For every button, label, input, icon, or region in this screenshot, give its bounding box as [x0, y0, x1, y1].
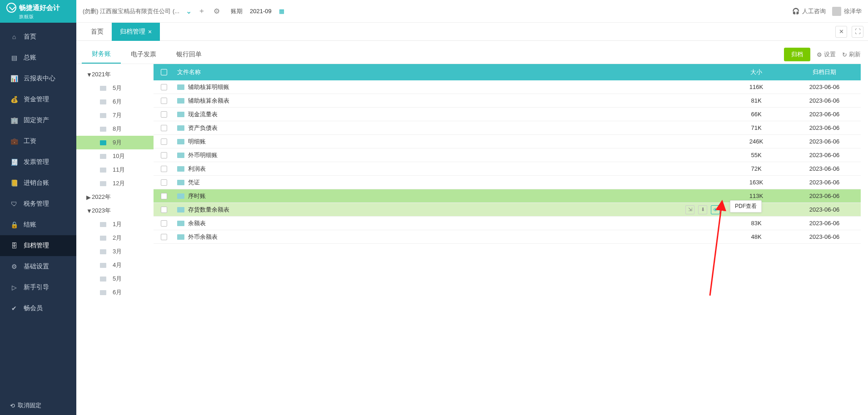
nav-item-4[interactable]: 🏢固定资产 — [0, 110, 76, 131]
archive-date: 2023-06-06 — [788, 165, 861, 172]
subtab-einvoice[interactable]: 电子发票 — [121, 46, 166, 63]
unpin-sidebar[interactable]: ⟲ 取消固定 — [0, 396, 76, 415]
row-checkbox[interactable] — [161, 111, 167, 118]
nav-item-6[interactable]: 🧾发票管理 — [0, 152, 76, 173]
subtabs: 财务账 电子发票 银行回单 归档 ⚙设置 ↻刷新 — [76, 45, 861, 64]
tree-month[interactable]: 11月 — [76, 163, 154, 177]
tree-month[interactable]: 1月 — [76, 217, 154, 231]
col-date-header: 归档日期 — [788, 68, 861, 76]
unpin-label: 取消固定 — [18, 401, 41, 410]
archive-button[interactable]: 归档 — [784, 48, 810, 61]
nav-item-1[interactable]: ▤总账 — [0, 47, 76, 68]
tree-month[interactable]: 6月 — [76, 95, 154, 109]
nav-item-9[interactable]: 🔒结账 — [0, 214, 76, 235]
nav-item-10[interactable]: 🗄归档管理 — [0, 235, 76, 256]
nav-icon: 🧾 — [10, 158, 18, 166]
nav-label: 新手引导 — [24, 283, 49, 291]
row-checkbox[interactable] — [161, 138, 167, 145]
chevron-down-icon[interactable]: ⌄ — [186, 7, 192, 15]
tab-home[interactable]: 首页 — [83, 23, 112, 41]
download-icon[interactable]: ⬇ — [698, 205, 707, 214]
row-checkbox[interactable] — [161, 166, 167, 172]
nav-label: 结账 — [24, 221, 36, 229]
row-checkbox[interactable] — [161, 125, 167, 131]
tree-year[interactable]: ▼ 2023年 — [76, 204, 154, 217]
unpin-icon: ⟲ — [10, 402, 15, 409]
table-row[interactable]: 辅助核算余额表81K2023-06-06 — [154, 94, 861, 108]
caret-icon: ▶ — [86, 194, 92, 201]
tab-archive-label: 归档管理 — [120, 28, 145, 36]
tree-month[interactable]: 8月 — [76, 122, 154, 136]
tree-month[interactable]: 5月 — [76, 272, 154, 286]
tree-month[interactable]: 3月 — [76, 245, 154, 258]
table-row[interactable]: 现金流量表66K2023-06-06 — [154, 108, 861, 121]
tree-month[interactable]: 5月 — [76, 81, 154, 95]
tree-month[interactable]: 4月 — [76, 258, 154, 272]
folder-icon — [177, 98, 184, 104]
row-checkbox[interactable] — [161, 179, 167, 186]
subtab-bank[interactable]: 银行回单 — [166, 46, 212, 63]
company-settings-icon[interactable]: ⚙ — [212, 7, 222, 15]
tree-month[interactable]: 10月 — [76, 149, 154, 163]
nav-item-0[interactable]: ⌂首页 — [0, 26, 76, 47]
table-row[interactable]: 利润表72K2023-06-06 — [154, 162, 861, 176]
folder-icon — [177, 193, 184, 199]
row-checkbox[interactable] — [161, 84, 167, 90]
user-menu[interactable]: 徐泽华 — [832, 7, 862, 16]
nav-item-12[interactable]: ▷新手引导 — [0, 277, 76, 298]
nav-item-11[interactable]: ⚙基础设置 — [0, 256, 76, 277]
nav-item-2[interactable]: 📊云报表中心 — [0, 68, 76, 89]
tree-month[interactable]: 2月 — [76, 231, 154, 245]
row-checkbox[interactable] — [161, 193, 167, 199]
tree-month[interactable]: 9月 — [76, 136, 154, 149]
tree-month[interactable]: 12月 — [76, 177, 154, 190]
subtab-finance[interactable]: 财务账 — [82, 45, 121, 64]
col-size-header: 大小 — [724, 68, 788, 76]
table-header: 文件名称 大小 归档日期 — [154, 64, 861, 80]
tab-close-icon[interactable]: × — [148, 28, 152, 35]
file-size: 71K — [724, 124, 788, 131]
archive-date: 2023-06-06 — [788, 220, 861, 227]
table-row[interactable]: 明细账246K2023-06-06 — [154, 135, 861, 148]
pdf-view-icon[interactable]: 👁 — [711, 205, 720, 214]
table-row[interactable]: 外币余额表48K2023-06-06 — [154, 230, 861, 244]
file-table: 文件名称 大小 归档日期 辅助核算明细账116K2023-06-06辅助核算余额… — [154, 64, 861, 415]
company-selector[interactable]: (勿删) 江西服宝精品有限责任公司 (... — [83, 7, 179, 15]
select-all-checkbox[interactable] — [161, 69, 167, 75]
row-checkbox[interactable] — [161, 152, 167, 158]
row-checkbox[interactable] — [161, 98, 167, 104]
row-checkbox[interactable] — [161, 220, 167, 227]
close-all-tabs[interactable]: ✕ — [835, 26, 847, 38]
file-size: 66K — [724, 111, 788, 118]
table-row[interactable]: 资产负债表71K2023-06-06 — [154, 121, 861, 135]
tree-month[interactable]: 6月 — [76, 286, 154, 299]
nav-item-5[interactable]: 💼工资 — [0, 131, 76, 152]
folder-icon — [177, 125, 184, 131]
period-label: 账期 — [231, 7, 243, 15]
consult-link[interactable]: 🎧 人工咨询 — [792, 7, 826, 15]
nav-item-13[interactable]: ✔畅会员 — [0, 298, 76, 319]
table-row[interactable]: 凭证163K2023-06-06 — [154, 176, 861, 189]
export-icon[interactable]: ⇲ — [685, 205, 694, 214]
fullscreen-toggle[interactable]: ⛶ — [852, 26, 863, 38]
nav-icon: ▷ — [10, 283, 18, 291]
nav-item-8[interactable]: 🛡税务管理 — [0, 193, 76, 214]
pdf-view-tooltip: PDF查看 — [730, 200, 762, 212]
settings-link[interactable]: ⚙设置 — [817, 50, 836, 59]
tree-year[interactable]: ▼ 2021年 — [76, 68, 154, 81]
calendar-icon[interactable]: ▦ — [279, 8, 284, 15]
nav-item-7[interactable]: 📒进销台账 — [0, 173, 76, 193]
row-checkbox[interactable] — [161, 234, 167, 240]
refresh-link[interactable]: ↻刷新 — [842, 50, 861, 59]
add-button[interactable]: ＋ — [196, 6, 207, 16]
period-value[interactable]: 2021-09 — [250, 8, 272, 15]
tree-month[interactable]: 7月 — [76, 109, 154, 122]
tree-year[interactable]: ▶ 2022年 — [76, 190, 154, 204]
tab-archive[interactable]: 归档管理 × — [112, 23, 160, 41]
row-checkbox[interactable] — [161, 207, 167, 213]
table-row[interactable]: 外币明细账55K2023-06-06 — [154, 148, 861, 162]
nav-item-3[interactable]: 💰资金管理 — [0, 89, 76, 110]
table-row[interactable]: 辅助核算明细账116K2023-06-06 — [154, 80, 861, 94]
table-row[interactable]: 余额表83K2023-06-06 — [154, 217, 861, 230]
file-name: 现金流量表 — [188, 110, 218, 119]
